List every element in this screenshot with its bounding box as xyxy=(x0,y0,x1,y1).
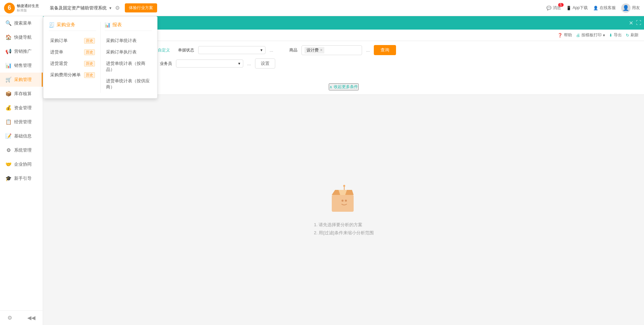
refresh-button[interactable]: ↻ 刷新 xyxy=(626,32,639,38)
sidebar-item-quick-nav[interactable]: 🏠 快捷导航 xyxy=(0,30,43,44)
query-button[interactable]: 查询 xyxy=(374,45,396,55)
system-icon: ⚙ xyxy=(5,147,11,153)
staff-dropdown-icon: ▾ xyxy=(238,61,240,66)
incoming-stat-supplier-label: 进货单统计表（按供应商） xyxy=(106,78,151,90)
print-icon: 🖨 xyxy=(576,33,580,38)
menu-columns: 🧾 采购业务 采购订单 历史 进货单 历史 进货退货 历史 采购费用分摊单 xyxy=(49,22,152,93)
logo-area: 6 畅捷通好生意 标准版 xyxy=(4,3,47,13)
app-download-button[interactable]: 📱 App下载 xyxy=(566,5,588,11)
sidebar-item-operations[interactable]: 📋 经营管理 xyxy=(0,115,43,129)
refresh-label: 刷新 xyxy=(631,32,639,38)
export-button[interactable]: ⬇ 导出 xyxy=(609,32,622,38)
sidebar-item-search[interactable]: 🔍 搜索菜单 xyxy=(0,16,43,30)
empty-hint-2: 用[过滤]条件来缩小分析范围 xyxy=(319,229,373,237)
sidebar-item-guide[interactable]: 🎓 新手引导 xyxy=(0,171,43,186)
purchase-order-stat-label: 采购订单统计表 xyxy=(106,38,151,44)
report-column-title: 📊 报表 xyxy=(105,22,152,31)
tab-expand-button[interactable]: ⛶ xyxy=(636,20,641,26)
sidebar-label-system: 系统管理 xyxy=(14,147,32,153)
purchase-icon: 🛒 xyxy=(5,77,11,83)
sidebar-bottom: ⚙ ◀◀ xyxy=(0,310,43,325)
service-label: 在线客服 xyxy=(600,5,616,11)
menu-item-return[interactable]: 进货退货 历史 xyxy=(49,58,96,69)
sidebar-item-purchase[interactable]: 🛒 采购管理 xyxy=(0,73,43,87)
print-dropdown-icon: ▾ xyxy=(603,33,605,38)
sidebar-collapse-button[interactable]: ◀◀ xyxy=(27,315,35,321)
system-title: 装备及固定资产辅助管理系统 xyxy=(50,5,107,11)
report-column: 📊 报表 采购订单统计表 采购订单执行表 进货单统计表（按商品） 进货单统计表（… xyxy=(105,22,152,93)
svg-point-4 xyxy=(343,185,345,187)
svg-point-2 xyxy=(345,200,347,202)
sidebar-item-system[interactable]: ⚙ 系统管理 xyxy=(0,143,43,157)
menu-item-incoming[interactable]: 进货单 历史 xyxy=(49,46,96,58)
staff-ellipsis[interactable]: ... xyxy=(247,61,251,66)
system-dropdown-button[interactable]: ▾ xyxy=(109,6,111,10)
purchase-column-title: 🧾 采购业务 xyxy=(49,22,96,31)
sidebar-item-marketing[interactable]: 📢 营销推广 xyxy=(0,44,43,58)
settings-button[interactable]: 设置 xyxy=(255,58,275,69)
goods-tag-remove[interactable]: × xyxy=(320,48,322,52)
sidebar-item-enterprise[interactable]: 🤝 企业协同 xyxy=(0,157,43,171)
sidebar-settings-button[interactable]: ⚙ xyxy=(7,315,12,321)
operations-icon: 📋 xyxy=(5,119,11,125)
message-badge: 5 xyxy=(558,3,564,7)
status-select[interactable]: ▾ xyxy=(198,46,265,54)
search-icon: 🔍 xyxy=(5,20,11,26)
logo-line2: 标准版 xyxy=(17,8,39,12)
user-button[interactable]: 👤 用友 xyxy=(621,3,640,13)
return-history: 历史 xyxy=(84,61,95,67)
sidebar-label-finance: 资金管理 xyxy=(14,105,32,111)
print-button[interactable]: 🖨 按模板打印 ▾ xyxy=(576,32,605,38)
help-icon: ❓ xyxy=(558,33,563,38)
help-button[interactable]: ❓ 帮助 xyxy=(558,32,572,38)
sidebar-item-basic-info[interactable]: 📝 基础信息 xyxy=(0,129,43,143)
status-ellipsis[interactable]: ... xyxy=(270,48,273,53)
industry-button[interactable]: 体验行业方案 xyxy=(125,3,157,12)
marketing-icon: 📢 xyxy=(5,48,11,54)
sidebar-label-marketing: 营销推广 xyxy=(14,48,32,54)
app-container: 6 畅捷通好生意 标准版 装备及固定资产辅助管理系统 ▾ ⚙ 体验行业方案 💬 … xyxy=(0,0,644,325)
expense-label: 采购费用分摊单 xyxy=(50,72,84,78)
menu-item-incoming-stat-goods[interactable]: 进货单统计表（按商品） xyxy=(105,58,152,75)
empty-text: 请先选择要分析的方案 用[过滤]条件来缩小分析范围 xyxy=(313,221,373,237)
home-icon: 🏠 xyxy=(5,34,11,40)
online-service-button[interactable]: 👤 在线客服 xyxy=(593,5,616,11)
menu-item-purchase-order-stat[interactable]: 采购订单统计表 xyxy=(105,35,152,46)
empty-state: 请先选择要分析的方案 用[过滤]条件来缩小分析范围 xyxy=(313,183,373,237)
sidebar-item-inventory[interactable]: 📦 库存核算 xyxy=(0,87,43,101)
goods-input[interactable]: 设计费 × xyxy=(301,45,362,55)
sidebar-label-search: 搜索菜单 xyxy=(14,20,32,26)
goods-tag: 设计费 × xyxy=(305,47,324,53)
help-label: 帮助 xyxy=(564,32,572,38)
svg-point-1 xyxy=(342,200,344,202)
menu-item-incoming-stat-supplier[interactable]: 进货单统计表（按供应商） xyxy=(105,75,152,93)
sidebar-item-sales[interactable]: 📊 销售管理 xyxy=(0,58,43,73)
collapse-button[interactable]: ∧ 收起更多条件 xyxy=(329,83,359,90)
incoming-label: 进货单 xyxy=(50,49,84,55)
svg-rect-0 xyxy=(332,195,354,212)
guide-icon: 🎓 xyxy=(5,175,11,181)
settings-icon-button[interactable]: ⚙ xyxy=(113,3,122,13)
export-label: 导出 xyxy=(614,32,622,38)
sales-icon: 📊 xyxy=(5,63,11,69)
sidebar-label-guide: 新手引导 xyxy=(14,175,32,181)
sidebar: 🔍 搜索菜单 🏠 快捷导航 📢 营销推广 📊 销售管理 🛒 采购管理 📦 xyxy=(0,16,43,325)
menu-item-expense[interactable]: 采购费用分摊单 历史 xyxy=(49,69,96,81)
service-icon: 👤 xyxy=(593,6,598,10)
goods-filter-label: 商品 xyxy=(277,47,297,53)
message-button[interactable]: 💬 消息 5 xyxy=(546,5,561,11)
staff-select[interactable]: ▾ xyxy=(176,59,243,68)
tab-close-all-button[interactable]: ✕ xyxy=(629,20,633,26)
collapse-chevron-icon: ∧ xyxy=(329,85,332,89)
sidebar-label-sales: 销售管理 xyxy=(14,63,32,69)
goods-ellipsis[interactable]: ... xyxy=(366,48,370,53)
logo-text: 畅捷通好生意 标准版 xyxy=(17,3,39,12)
menu-item-purchase-order[interactable]: 采购订单 历史 xyxy=(49,35,96,46)
return-label: 进货退货 xyxy=(50,60,84,67)
sidebar-item-finance[interactable]: 💰 资金管理 xyxy=(0,101,43,115)
status-filter-label: 单据状态 xyxy=(174,47,194,53)
goods-tag-text: 设计费 xyxy=(307,47,319,53)
finance-icon: 💰 xyxy=(5,105,11,111)
menu-item-purchase-order-exec[interactable]: 采购订单执行表 xyxy=(105,46,152,58)
sidebar-label-basic-info: 基础信息 xyxy=(14,133,32,139)
